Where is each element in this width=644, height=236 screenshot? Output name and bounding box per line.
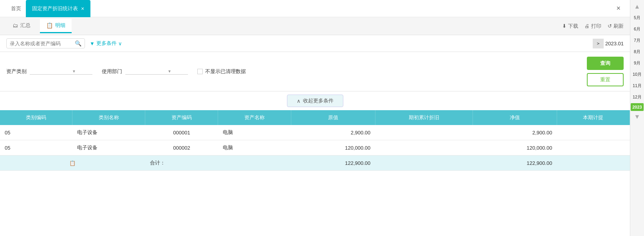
chevron-down-icon: ∨ bbox=[118, 41, 122, 46]
refresh-btn[interactable]: ↺ 刷新 bbox=[608, 23, 624, 30]
tab-detail-label: 明细 bbox=[55, 22, 65, 29]
reset-btn[interactable]: 重置 bbox=[587, 73, 624, 86]
col-asset-code: 资产编码 bbox=[145, 110, 218, 125]
subtotal-net-value: 122,900.00 bbox=[473, 156, 557, 171]
tab-bar: 🗂 汇总 📋 明细 ⬇ 下载 🖨 打印 ↺ 刷新 bbox=[0, 17, 630, 35]
more-filter-btn[interactable]: ▼ 更多条件 ∨ bbox=[90, 40, 122, 47]
subtotal-icon: 📋 bbox=[0, 156, 145, 171]
month-10[interactable]: 10月 bbox=[631, 69, 643, 80]
col-cat-name: 类别名称 bbox=[72, 110, 145, 125]
refresh-icon: ↺ bbox=[608, 23, 612, 29]
cell-cat-code: 05 bbox=[0, 140, 72, 156]
summary-icon: 🗂 bbox=[13, 22, 18, 29]
date-display: 2023.01 bbox=[605, 41, 624, 46]
query-btn[interactable]: 查询 bbox=[587, 57, 624, 70]
cell-period-depr bbox=[557, 125, 630, 140]
collapse-btn[interactable]: ∧ 收起更多条件 bbox=[287, 95, 343, 107]
hide-cleared-label: 不显示已清理数据 bbox=[205, 68, 246, 75]
refresh-label: 刷新 bbox=[613, 23, 624, 30]
table-container: 类别编码 类别名称 资产编码 资产名称 原值 期初累计折旧 净值 本期计提 05… bbox=[0, 110, 630, 236]
right-sidebar: ▲ 5月 6月 7月 8月 9月 10月 11月 12月 2023 ▼ bbox=[630, 0, 644, 236]
search-input-wrap[interactable]: 🔍 bbox=[6, 38, 85, 48]
tab-close-btn[interactable]: × bbox=[81, 5, 84, 12]
print-label: 打印 bbox=[591, 23, 601, 30]
download-btn[interactable]: ⬇ 下载 bbox=[562, 23, 578, 30]
toolbar-actions: ⬇ 下载 🖨 打印 ↺ 刷新 bbox=[562, 23, 624, 30]
cell-asset-code: 000002 bbox=[145, 140, 218, 156]
cell-period-depr bbox=[557, 140, 630, 156]
col-cat-code: 类别编码 bbox=[0, 110, 72, 125]
asset-type-select[interactable]: ▼ bbox=[30, 68, 92, 75]
cell-asset-code: 000001 bbox=[145, 125, 218, 140]
subtotal-label: 合计： bbox=[145, 156, 291, 171]
download-label: 下载 bbox=[568, 23, 578, 30]
collapse-label: 收起更多条件 bbox=[303, 97, 334, 104]
cell-original: 2,900.00 bbox=[291, 125, 375, 140]
date-prev-btn[interactable]: ＞ bbox=[593, 39, 604, 48]
dept-label: 使用部门 bbox=[102, 68, 122, 75]
cell-accum-depr bbox=[375, 140, 473, 156]
checkbox-box bbox=[197, 69, 203, 74]
active-tab[interactable]: 固定资产折旧统计表 × bbox=[26, 0, 90, 17]
col-accum-depr: 期初累计折旧 bbox=[375, 110, 473, 125]
dept-filter: 使用部门 ▼ bbox=[102, 68, 188, 75]
cell-original: 120,000.00 bbox=[291, 140, 375, 156]
collapse-bar: ∧ 收起更多条件 bbox=[0, 91, 630, 110]
cell-net-value: 120,000.00 bbox=[473, 140, 557, 156]
top-nav: 首页 固定资产折旧统计表 × × bbox=[0, 0, 630, 17]
detail-icon: 📋 bbox=[46, 22, 53, 29]
subtotal-accum-depr bbox=[375, 156, 473, 171]
filter-row: 资产类别 ▼ 使用部门 ▼ 不显示已清理数据 查询 重置 bbox=[6, 57, 624, 86]
dept-select[interactable]: ▼ bbox=[125, 68, 188, 75]
search-input[interactable] bbox=[10, 41, 72, 46]
more-filter-label: 更多条件 bbox=[96, 40, 117, 47]
col-original: 原值 bbox=[291, 110, 375, 125]
month-6[interactable]: 6月 bbox=[632, 24, 642, 34]
subtotal-original: 122,900.00 bbox=[291, 156, 375, 171]
table-row: 05 电子设备 000001 电脑 2,900.00 2,900.00 bbox=[0, 125, 630, 140]
cell-cat-name: 电子设备 bbox=[72, 140, 145, 156]
window-close-btn[interactable]: × bbox=[613, 3, 624, 14]
tab-detail[interactable]: 📋 明细 bbox=[40, 19, 72, 33]
asset-type-arrow: ▼ bbox=[72, 69, 76, 73]
cell-accum-depr bbox=[375, 125, 473, 140]
asset-type-filter: 资产类别 ▼ bbox=[6, 68, 92, 75]
collapse-icon: ∧ bbox=[297, 98, 301, 104]
month-7[interactable]: 7月 bbox=[632, 35, 642, 46]
month-5[interactable]: 5月 bbox=[632, 13, 642, 23]
data-table: 类别编码 类别名称 资产编码 资产名称 原值 期初累计折旧 净值 本期计提 05… bbox=[0, 110, 630, 171]
col-net-value: 净值 bbox=[473, 110, 557, 125]
subtotal-row: 📋 合计： 122,900.00 122,900.00 bbox=[0, 156, 630, 171]
year-current[interactable]: 2023 bbox=[631, 103, 643, 111]
print-icon: 🖨 bbox=[584, 23, 590, 29]
cell-asset-name: 电脑 bbox=[218, 125, 291, 140]
table-row: 05 电子设备 000002 电脑 120,000.00 120,000.00 bbox=[0, 140, 630, 156]
month-11[interactable]: 11月 bbox=[631, 80, 643, 91]
filter-icon: ▼ bbox=[90, 41, 95, 46]
col-period-depr: 本期计提 bbox=[557, 110, 630, 125]
filter-area: 资产类别 ▼ 使用部门 ▼ 不显示已清理数据 查询 重置 bbox=[0, 52, 630, 91]
cell-cat-name: 电子设备 bbox=[72, 125, 145, 140]
sidebar-up-btn[interactable]: ▲ bbox=[633, 2, 642, 12]
filter-actions: 查询 重置 bbox=[587, 57, 624, 86]
month-12[interactable]: 12月 bbox=[631, 92, 643, 102]
search-bar: 🔍 ▼ 更多条件 ∨ ＞ 2023.01 bbox=[0, 35, 630, 52]
sidebar-down-btn[interactable]: ▼ bbox=[633, 112, 642, 122]
nav-home[interactable]: 首页 bbox=[6, 5, 26, 12]
cell-asset-name: 电脑 bbox=[218, 140, 291, 156]
active-tab-label: 固定资产折旧统计表 bbox=[32, 5, 78, 12]
subtotal-period-depr bbox=[557, 156, 630, 171]
date-nav: ＞ 2023.01 bbox=[593, 39, 624, 48]
asset-type-label: 资产类别 bbox=[6, 68, 27, 75]
print-btn[interactable]: 🖨 打印 bbox=[584, 23, 601, 30]
table-header-row: 类别编码 类别名称 资产编码 资产名称 原值 期初累计折旧 净值 本期计提 bbox=[0, 110, 630, 125]
download-icon: ⬇ bbox=[562, 23, 566, 29]
month-8[interactable]: 8月 bbox=[632, 46, 642, 57]
cell-cat-code: 05 bbox=[0, 125, 72, 140]
tab-summary-label: 汇总 bbox=[20, 22, 31, 29]
month-9[interactable]: 9月 bbox=[632, 58, 642, 68]
search-icon: 🔍 bbox=[75, 40, 81, 46]
dept-arrow: ▼ bbox=[168, 69, 171, 73]
hide-cleared-checkbox[interactable]: 不显示已清理数据 bbox=[197, 68, 246, 75]
tab-summary[interactable]: 🗂 汇总 bbox=[6, 19, 37, 33]
